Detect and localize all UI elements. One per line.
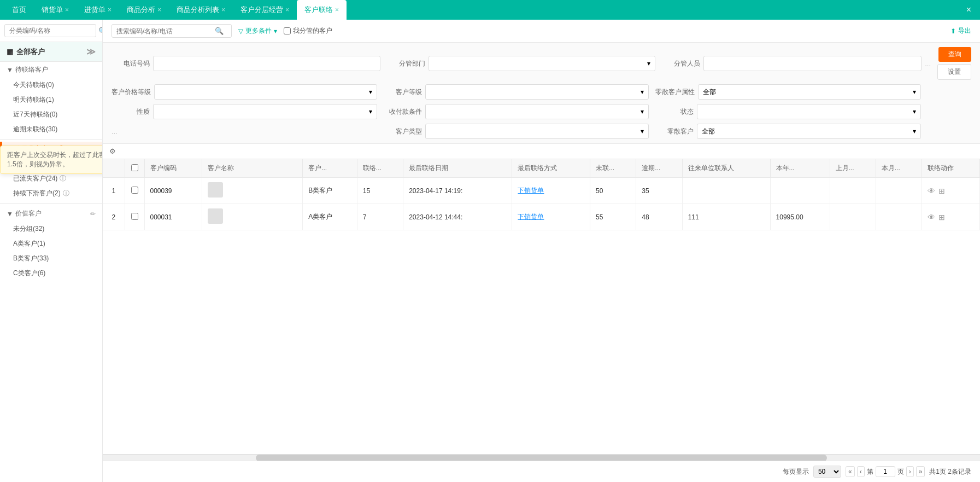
query-button[interactable]: 查询 [938, 47, 971, 62]
close-icon[interactable]: × [221, 0, 225, 20]
close-icon[interactable]: × [108, 0, 112, 20]
nature-select[interactable]: ▾ [153, 104, 377, 119]
retail-customer-select[interactable]: 全部 ▾ [697, 124, 921, 139]
export-button[interactable]: ⬆ 导出 [950, 26, 971, 36]
nav-purchase[interactable]: 进货单 × [77, 0, 119, 20]
cell-action: 👁 ⊞ [922, 178, 980, 204]
cell-unit-contact: 111 [682, 204, 770, 230]
all-customers-header[interactable]: ▦ 全部客户 ≫ [0, 42, 102, 62]
col-name[interactable]: 客户名称 [202, 159, 303, 178]
sidebar-item-declining[interactable]: 持续下滑客户(2) ⓘ [0, 186, 102, 201]
price-grade-select[interactable]: ▾ [154, 84, 377, 100]
last-contact-method-link-2[interactable]: 下销货单 [518, 213, 544, 220]
col-pending[interactable]: 未联... [590, 159, 636, 178]
col-unit-contact[interactable]: 往来单位联系人 [682, 159, 770, 178]
nav-customer-tier[interactable]: 客户分层经营 × [233, 0, 297, 20]
close-icon[interactable]: × [335, 0, 339, 20]
sidebar-item-c-class[interactable]: C类客户(6) [0, 266, 102, 281]
col-this-year[interactable]: 本年... [770, 159, 830, 178]
sidebar-divider-2 [0, 203, 102, 204]
close-icon[interactable]: × [157, 0, 161, 20]
table-container: 客户编码 客户名称 客户... 联络... 最后联络日期 最后联络方式 未联..… [103, 159, 980, 454]
filter-bar: 🔍 ▽ 更多条件 ▾ 我分管的客户 ⬆ 导出 [103, 20, 980, 43]
cell-action: 👁 ⊞ [922, 204, 980, 230]
customer-type-select[interactable]: ▾ [425, 124, 649, 139]
close-icon[interactable]: × [65, 0, 69, 20]
filter-row-4: ... 客户类型 ▾ 零散客户 全部 ▾ [112, 124, 971, 139]
cell-index: 2 [103, 204, 125, 230]
action-buttons: 查询 设置 [937, 47, 971, 80]
cell-this-year [770, 178, 830, 204]
nav-customer-contact[interactable]: 客户联络 × [297, 0, 347, 20]
manager-dots-button[interactable]: ... [925, 60, 931, 68]
department-select[interactable]: ▾ [429, 56, 656, 71]
col-contact[interactable]: 联络... [357, 159, 403, 178]
sidebar-item-today-pending[interactable]: 今天待联络(0) [0, 78, 102, 92]
col-this-month[interactable]: 本月... [876, 159, 922, 178]
sidebar-item-week-pending[interactable]: 近7天待联络(0) [0, 107, 102, 122]
nav-home[interactable]: 首页 [4, 0, 34, 20]
setting-button[interactable]: 设置 [937, 64, 971, 80]
customer-grade-select[interactable]: ▾ [425, 84, 649, 100]
col-last-contact-date[interactable]: 最后联络日期 [403, 159, 512, 178]
customer-table: 客户编码 客户名称 客户... 联络... 最后联络日期 最后联络方式 未联..… [103, 159, 980, 230]
page-number-input[interactable] [876, 466, 895, 477]
filter-row-2: 客户价格等级 ▾ 客户等级 ▾ 零散客户属性 全部 [112, 84, 971, 100]
nav-sales[interactable]: 销货单 × [34, 0, 77, 20]
next-page-button[interactable]: › [906, 466, 914, 477]
retail-attribute-select[interactable]: 全部 ▾ [698, 84, 921, 100]
first-page-button[interactable]: « [846, 466, 855, 477]
manager-select[interactable] [703, 56, 922, 71]
nav-product-analysis[interactable]: 商品分析 × [119, 0, 169, 20]
pagination-bar: 每页显示 50 10 20 100 « ‹ 第 页 › » 共1页 2条记录 [103, 461, 980, 482]
sidebar-search-icon[interactable]: 🔍 [98, 27, 103, 35]
col-last-contact-method[interactable]: 最后联络方式 [512, 159, 590, 178]
search-icon-main[interactable]: 🔍 [215, 27, 224, 35]
info-icon-3[interactable]: ⓘ [60, 174, 66, 183]
more-action-icon[interactable]: ⊞ [938, 187, 945, 195]
sidebar-item-tomorrow-pending[interactable]: 明天待联络(1) [0, 92, 102, 107]
collapse-icon[interactable]: ≫ [86, 47, 96, 57]
content-area: 🔍 ▽ 更多条件 ▾ 我分管的客户 ⬆ 导出 电话号码 [103, 20, 980, 482]
filter-extra: ... [112, 127, 377, 136]
filter-row-3: 性质 ▾ 收付款条件 ▾ 状态 [112, 104, 971, 119]
cell-code: 000039 [144, 178, 202, 204]
row-checkbox-1[interactable] [131, 187, 138, 194]
edit-icon[interactable]: ✏ [90, 210, 96, 218]
horizontal-scrollbar[interactable] [103, 454, 980, 461]
value-customers-group[interactable]: ▼ 价值客户 ✏ [0, 206, 102, 222]
sidebar-item-ungrouped[interactable]: 未分组(32) [0, 222, 102, 236]
filter-department: 分管部门 ▾ [387, 56, 656, 71]
payment-terms-select[interactable]: ▾ [425, 104, 649, 119]
status-select[interactable]: ▾ [697, 104, 921, 119]
cell-pending: 55 [590, 204, 636, 230]
last-page-button[interactable]: » [916, 466, 925, 477]
search-input[interactable] [116, 27, 215, 35]
view-contact-icon-2[interactable]: 👁 [928, 213, 935, 222]
row-checkbox-2[interactable] [131, 213, 138, 220]
sidebar-item-b-class[interactable]: B类客户(33) [0, 251, 102, 266]
col-last-month[interactable]: 上月... [830, 159, 876, 178]
my-customers-checkbox[interactable] [284, 27, 291, 34]
sidebar-item-a-class[interactable]: A类客户(1) [0, 236, 102, 251]
select-all-checkbox[interactable] [131, 164, 138, 171]
view-contact-icon[interactable]: 👁 [928, 187, 935, 195]
sidebar-search-input[interactable] [4, 24, 96, 37]
per-page-select[interactable]: 50 10 20 100 [813, 466, 841, 478]
extra-dots-button[interactable]: ... [112, 127, 118, 136]
pending-contact-group[interactable]: ▼ 待联络客户 [0, 62, 102, 78]
col-code[interactable]: 客户编码 [144, 159, 202, 178]
last-contact-method-link[interactable]: 下销货单 [518, 187, 544, 194]
more-action-icon-2[interactable]: ⊞ [938, 213, 945, 222]
prev-page-button[interactable]: ‹ [857, 466, 865, 477]
info-icon-4[interactable]: ⓘ [63, 189, 69, 198]
phone-input[interactable] [153, 56, 380, 71]
window-close-button[interactable]: × [962, 5, 976, 15]
more-conditions-button[interactable]: ▽ 更多条件 ▾ [238, 26, 277, 36]
col-category[interactable]: 客户... [303, 159, 357, 178]
sidebar-item-overdue-pending[interactable]: 逾期未联络(30) [0, 122, 102, 137]
table-settings-icon[interactable]: ⚙ [109, 147, 116, 155]
col-overdue[interactable]: 逾期... [636, 159, 682, 178]
nav-product-analysis-list[interactable]: 商品分析列表 × [169, 0, 233, 20]
close-icon[interactable]: × [285, 0, 289, 20]
